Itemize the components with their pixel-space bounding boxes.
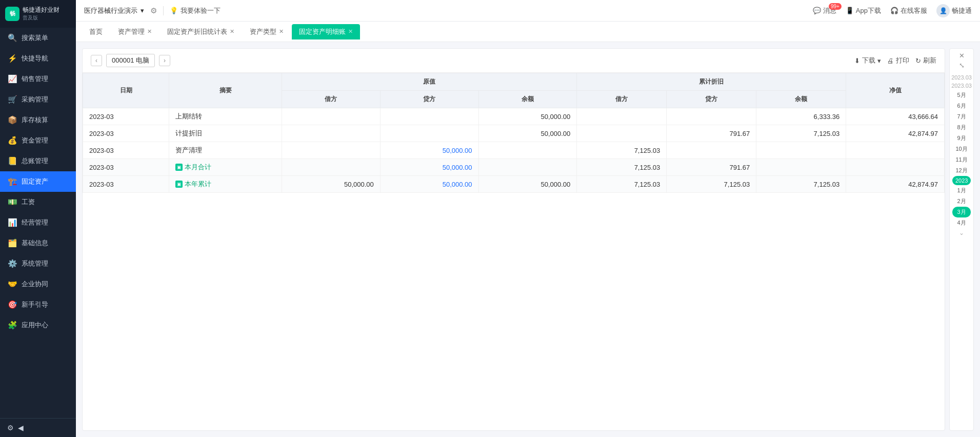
tl-month-2月[interactable]: 2月 (952, 196, 971, 207)
tl-month-11月[interactable]: 11月 (952, 154, 971, 165)
experience-btn[interactable]: 💡 我要体验一下 (170, 6, 221, 15)
sidebar-item-search[interactable]: 🔍 搜索菜单 (0, 28, 76, 48)
logo-title: 畅捷通好业财 (23, 6, 59, 14)
download-btn[interactable]: ⬇ 下载 ▾ (854, 56, 881, 65)
print-label: 打印 (896, 56, 909, 65)
asset-actions: ⬇ 下载 ▾ 🖨 打印 ↻ 刷新 (854, 56, 936, 65)
expand-panel-btn[interactable]: ⤡ (959, 62, 965, 69)
col-orig-debit: 借方 (282, 91, 381, 108)
sidebar-item-operations[interactable]: 📊 经营管理 (0, 212, 76, 233)
table-row: 2023-03 ▣本年累计 50,000.00 50,000.00 50,000… (83, 176, 945, 193)
cell-acc-credit (667, 142, 756, 159)
user-label: 畅捷通 (952, 6, 972, 15)
settings-icon[interactable]: ⚙ (7, 424, 14, 432)
sidebar-item-purchase[interactable]: 🛒 采购管理 (0, 89, 76, 110)
tl-month-3月[interactable]: 3月 (952, 207, 971, 217)
sidebar-item-enterprise[interactable]: 🤝 企业协同 (0, 274, 76, 294)
sidebar-label-search: 搜索菜单 (22, 33, 48, 43)
tl-months-before: 5月6月7月8月9月10月11月12月 (952, 90, 971, 176)
cell-orig-credit: 50,000.00 (380, 159, 478, 176)
sidebar-item-fixedassets[interactable]: 🏗️ 固定资产 (0, 171, 76, 192)
tl-month-8月[interactable]: 8月 (952, 122, 971, 133)
sidebar-item-system[interactable]: ⚙️ 系统管理 (0, 253, 76, 274)
tab-home[interactable]: 首页 (82, 24, 110, 39)
sidebar-label-quicknav: 快捷导航 (22, 54, 48, 63)
tl-month-7月[interactable]: 7月 (952, 111, 971, 122)
message-btn[interactable]: 💬 消息 99+ (813, 6, 836, 15)
cell-net-value (846, 159, 945, 176)
app-download-btn[interactable]: 📱 App下载 (846, 6, 881, 15)
cell-orig-credit: 50,000.00 (380, 142, 478, 159)
cell-summary: ▣本年累计 (169, 176, 282, 193)
cell-date: 2023-03 (83, 108, 169, 125)
sidebar-item-inventory[interactable]: 📦 库存核算 (0, 110, 76, 130)
sidebar-item-quicknav[interactable]: ⚡ 快捷导航 (0, 48, 76, 69)
cell-date: 2023-03 (83, 159, 169, 176)
sidebar-label-enterprise: 企业协同 (22, 280, 48, 289)
sidebar-item-salary[interactable]: 💵 工资 (0, 192, 76, 212)
sidebar-item-ledger[interactable]: 📒 总账管理 (0, 151, 76, 171)
search-icon: 🔍 (7, 33, 17, 43)
sidebar-item-sales[interactable]: 📈 销售管理 (0, 69, 76, 89)
tl-month-4月[interactable]: 4月 (952, 217, 971, 228)
tab-assetmgmt[interactable]: 资产管理✕ (111, 24, 159, 39)
table-row: 2023-03 资产清理 50,000.00 7,125.03 (83, 142, 945, 159)
tl-month-12月[interactable]: 12月 (952, 165, 971, 176)
sidebar-label-purchase: 采购管理 (22, 95, 48, 104)
newguide-icon: 🎯 (7, 300, 17, 310)
sidebar-label-newguide: 新手引导 (22, 300, 48, 309)
service-label: 在线客服 (901, 6, 927, 15)
lamp-icon: 💡 (170, 7, 178, 14)
company-selector[interactable]: 医疗器械行业演示 ▾ (84, 6, 144, 15)
quicknav-icon: ⚡ (7, 53, 17, 64)
tl-month-1月[interactable]: 1月 (952, 185, 971, 196)
cell-orig-debit (282, 125, 381, 142)
sidebar: 畅 畅捷通好业财 普及版 🔍 搜索菜单 ⚡ 快捷导航 📈 销售管理 🛒 采购管理… (0, 0, 76, 437)
sidebar-nav: 🔍 搜索菜单 ⚡ 快捷导航 📈 销售管理 🛒 采购管理 📦 库存核算 💰 资金管… (0, 28, 76, 418)
tab-detail[interactable]: 固定资产明细账✕ (292, 24, 360, 39)
cell-summary: 资产清理 (169, 142, 282, 159)
sidebar-label-system: 系统管理 (22, 259, 48, 268)
tab-assettype[interactable]: 资产类型✕ (243, 24, 291, 39)
tl-month-5月[interactable]: 5月 (952, 90, 971, 101)
asset-code: 000001 电脑 (106, 54, 155, 67)
cell-acc-debit: 7,125.03 (577, 159, 667, 176)
tab-close-depreciation[interactable]: ✕ (230, 28, 234, 35)
settings-gear-icon[interactable]: ⚙ (150, 6, 157, 15)
cell-net-value: 43,666.64 (846, 108, 945, 125)
prev-asset-btn[interactable]: ‹ (91, 55, 102, 66)
tab-close-assettype[interactable]: ✕ (279, 28, 284, 35)
sidebar-label-ledger: 总账管理 (22, 156, 48, 166)
next-asset-btn[interactable]: › (159, 55, 170, 66)
sidebar-item-newguide[interactable]: 🎯 新手引导 (0, 294, 76, 315)
tab-close-detail[interactable]: ✕ (348, 28, 353, 35)
main-area: 医疗器械行业演示 ▾ ⚙ 💡 我要体验一下 💬 消息 99+ 📱 App下载 🎧… (76, 0, 980, 437)
tab-depreciation[interactable]: 固定资产折旧统计表✕ (160, 24, 242, 39)
capital-icon: 💰 (7, 135, 17, 146)
sidebar-item-appcenter[interactable]: 🧩 应用中心 (0, 315, 76, 335)
user-btn[interactable]: 👤 畅捷通 (936, 4, 972, 17)
service-btn[interactable]: 🎧 在线客服 (890, 6, 927, 15)
print-btn[interactable]: 🖨 打印 (887, 56, 909, 65)
close-panel-btn[interactable]: ✕ (959, 52, 965, 59)
tl-scroll-down[interactable]: ⌄ (959, 229, 964, 236)
ledger-icon: 📒 (7, 156, 17, 166)
asset-navigator: ‹ 000001 电脑 › ⬇ 下载 ▾ 🖨 打印 ↻ 刷新 (83, 49, 945, 73)
tab-close-assetmgmt[interactable]: ✕ (147, 28, 152, 35)
collapse-icon[interactable]: ◀ (18, 424, 24, 432)
tl-month-6月[interactable]: 6月 (952, 101, 971, 111)
tl-year-2023[interactable]: 2023 (952, 176, 971, 185)
sidebar-item-basicinfo[interactable]: 🗂️ 基础信息 (0, 233, 76, 253)
sidebar-item-capital[interactable]: 💰 资金管理 (0, 130, 76, 151)
cell-date: 2023-03 (83, 142, 169, 159)
detail-table: 日期 摘要 原值 累计折旧 净值 借方 贷方 余额 借方 贷方 余额 (83, 73, 945, 193)
table-row: 2023-03 计提折旧 50,000.00 791.67 7,125.03 4… (83, 125, 945, 142)
tab-label-assetmgmt: 资产管理 (118, 27, 145, 36)
cell-net-value (846, 142, 945, 159)
refresh-btn[interactable]: ↻ 刷新 (915, 56, 936, 65)
purchase-icon: 🛒 (7, 94, 17, 105)
tl-month-9月[interactable]: 9月 (952, 133, 971, 144)
sidebar-label-fixedassets: 固定资产 (22, 177, 48, 186)
tl-month-10月[interactable]: 10月 (952, 144, 971, 154)
dropdown-icon: ▾ (141, 7, 144, 14)
